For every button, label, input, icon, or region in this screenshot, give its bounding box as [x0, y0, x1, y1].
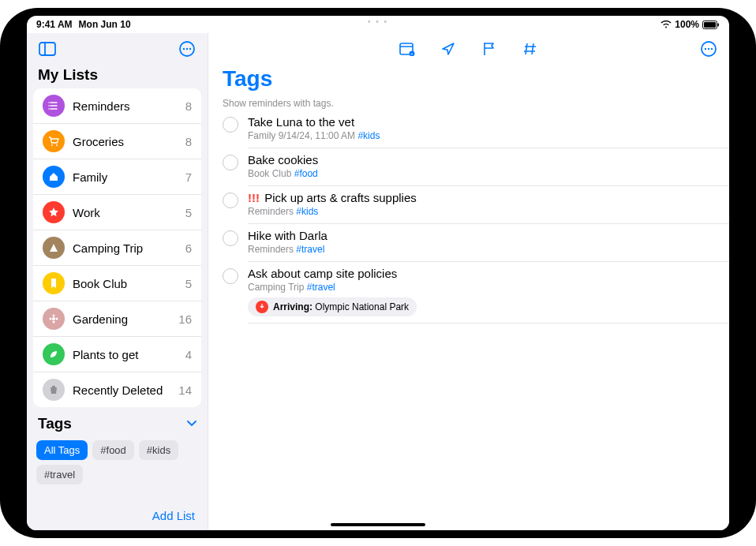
ipad-frame: 9:41 AM Mon Jun 10 • • • 100% [0, 8, 756, 538]
reminder-tag[interactable]: #travel [307, 282, 335, 293]
more-menu-icon[interactable] [698, 38, 720, 60]
svg-point-25 [708, 48, 709, 50]
main-toolbar: + [208, 33, 729, 65]
sidebar-list-item[interactable]: Groceries 8 [33, 124, 201, 159]
completion-checkbox[interactable] [223, 230, 238, 246]
completion-checkbox[interactable] [223, 193, 238, 208]
reminder-meta: Reminders #kids [248, 206, 715, 217]
reminder-title: !!! Pick up arts & crafts supplies [248, 191, 715, 204]
list-count: 16 [178, 312, 192, 326]
hashtag-icon[interactable] [519, 38, 541, 60]
reminder-title: Take Luna to the vet [248, 115, 715, 129]
sidebar-list-item[interactable]: Plants to get 4 [33, 337, 201, 372]
svg-point-11 [48, 108, 50, 110]
tags-section-title: Tags [38, 415, 72, 432]
reminder-tag[interactable]: #food [294, 168, 318, 179]
list-count: 7 [185, 170, 192, 184]
list-name: Camping Trip [73, 241, 178, 255]
reminder-item[interactable]: Take Luna to the vet Family 9/14/24, 11:… [208, 115, 729, 148]
list-name: Gardening [73, 312, 170, 326]
sidebar-list-item[interactable]: Reminders 8 [33, 88, 201, 124]
my-lists-header: My Lists [27, 65, 208, 88]
tag-pill[interactable]: #travel [36, 465, 83, 484]
svg-point-6 [183, 48, 185, 50]
reminders-list: Take Luna to the vet Family 9/14/24, 11:… [208, 115, 729, 323]
reminder-item[interactable]: Hike with Darla Reminders #travel [208, 224, 729, 262]
reminder-meta: Book Club #food [248, 168, 715, 179]
reminder-item[interactable]: !!! Pick up arts & crafts supplies Remin… [208, 186, 729, 224]
completion-checkbox[interactable] [223, 155, 238, 170]
svg-point-10 [48, 105, 50, 107]
tag-pill[interactable]: #kids [139, 440, 178, 460]
svg-point-13 [56, 144, 58, 146]
main-panel: + Tags Show reminders wi [208, 33, 729, 530]
sidebar-list-item[interactable]: Camping Trip 6 [33, 230, 201, 266]
wifi-icon [661, 21, 672, 28]
reminder-title: Hike with Darla [248, 229, 715, 242]
location-pin-icon [256, 301, 268, 313]
reminder-title: Bake cookies [248, 153, 715, 166]
cart-icon [43, 130, 65, 152]
sidebar-list-item[interactable]: Work 5 [33, 195, 201, 230]
list-count: 8 [185, 135, 192, 148]
svg-point-15 [53, 315, 55, 317]
list-icon [43, 95, 65, 117]
tent-icon [43, 237, 65, 259]
sidebar-list-item[interactable]: Gardening 16 [33, 301, 201, 337]
reminder-meta: Reminders #travel [248, 244, 715, 255]
completion-checkbox[interactable] [223, 117, 238, 133]
reminder-item[interactable]: Ask about camp site policies Camping Tri… [208, 262, 729, 323]
sidebar-list-item[interactable]: Book Club 5 [33, 266, 201, 301]
status-time: 9:41 AM [36, 19, 73, 30]
svg-point-9 [48, 102, 50, 103]
location-chip: Arriving: Olympic National Park [248, 297, 417, 316]
tag-pill[interactable]: All Tags [36, 440, 88, 460]
chevron-down-icon[interactable] [187, 421, 196, 427]
page-subtitle: Show reminders with tags. [208, 93, 729, 115]
flower-icon [43, 308, 65, 330]
add-list-button[interactable]: Add List [27, 501, 208, 530]
bookmark-icon [43, 272, 65, 294]
home-indicator[interactable] [331, 523, 425, 526]
list-name: Book Club [73, 277, 178, 290]
flag-icon[interactable] [478, 38, 500, 60]
sidebar-list-item[interactable]: Family 7 [33, 159, 201, 195]
status-date: Mon Jun 10 [79, 19, 131, 30]
lists-container: Reminders 8 Groceries 8 Family 7 Work 5 … [33, 88, 201, 407]
list-name: Family [73, 170, 178, 184]
reminder-tag[interactable]: #kids [357, 130, 380, 141]
sidebar-list-item[interactable]: Recently Deleted 14 [33, 372, 201, 407]
location-icon[interactable] [437, 38, 459, 60]
reminder-title: Ask about camp site policies [248, 267, 715, 280]
svg-text:+: + [411, 51, 414, 56]
list-count: 5 [185, 277, 192, 290]
reminder-tag[interactable]: #kids [296, 206, 318, 217]
screen: 9:41 AM Mon Jun 10 • • • 100% [27, 16, 729, 530]
list-name: Reminders [73, 99, 178, 113]
list-count: 8 [185, 99, 192, 113]
list-count: 5 [185, 206, 192, 219]
svg-rect-1 [704, 22, 716, 28]
completion-checkbox[interactable] [223, 268, 238, 284]
sidebar: My Lists Reminders 8 Groceries 8 Family … [27, 33, 208, 530]
list-count: 14 [178, 383, 192, 397]
page-title: Tags [208, 65, 729, 93]
sidebar-toggle-icon[interactable] [36, 38, 58, 60]
battery-icon [702, 21, 720, 29]
svg-point-18 [56, 318, 58, 320]
tag-pill[interactable]: #food [92, 440, 134, 460]
multitask-dots-icon[interactable]: • • • [368, 17, 388, 26]
more-options-icon[interactable] [176, 38, 198, 60]
reminder-tag[interactable]: #travel [296, 244, 324, 255]
list-count: 6 [185, 241, 192, 255]
svg-point-16 [53, 321, 55, 323]
tag-pills-container: All Tags#food#kids#travel [27, 436, 208, 489]
list-count: 4 [185, 348, 192, 361]
svg-rect-2 [718, 23, 720, 26]
leaf-icon [43, 343, 65, 365]
trash-icon [43, 379, 65, 401]
svg-point-12 [51, 144, 53, 146]
calendar-icon[interactable]: + [396, 38, 418, 60]
reminder-meta: Family 9/14/24, 11:00 AM #kids [248, 130, 715, 141]
reminder-item[interactable]: Bake cookies Book Club #food [208, 148, 729, 186]
